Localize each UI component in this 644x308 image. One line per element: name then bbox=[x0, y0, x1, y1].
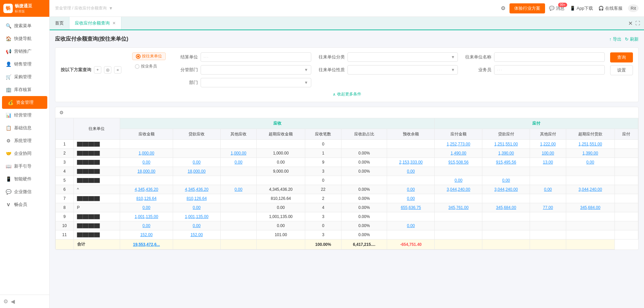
footer-ar-ratio: 100.00% bbox=[305, 239, 341, 250]
filter-scheme-option2[interactable]: 按业务员 bbox=[132, 62, 166, 71]
data-table: 往来单位 应收 应付 应收金额 贷款应收 其他应收 超期应收金额 应收笔数 应收… bbox=[55, 118, 638, 250]
app-download-action[interactable]: 📱 App下载 bbox=[570, 5, 593, 11]
settings-footer-icon[interactable]: ⚙ bbox=[3, 298, 8, 305]
collapse-button[interactable]: ∧ 收起更多条件 bbox=[333, 91, 361, 97]
radio-empty-icon bbox=[135, 64, 140, 69]
col-header-ar-other: 其他应收 bbox=[220, 129, 257, 140]
col-header-partner: 往来单位 bbox=[73, 118, 120, 140]
table-row: 1████████01,252,773.001,251,551.001,222.… bbox=[56, 140, 638, 149]
filter-title: 按以下方案查询 bbox=[61, 67, 91, 73]
sidebar-item-ops[interactable]: 📊 经营管理 bbox=[0, 109, 49, 122]
sidebar-item-member[interactable]: V 畅会员 bbox=[0, 198, 49, 211]
table-footer-row: 合计 19,553,472,6... 100.00% 6,417,215....… bbox=[56, 239, 638, 250]
online-service-action[interactable]: 🎧 在线客服 bbox=[598, 5, 623, 11]
sidebar-item-marketing[interactable]: 📢 营销推广 bbox=[0, 45, 49, 58]
purchase-icon: 🛒 bbox=[5, 74, 11, 80]
filter-label-section: 按以下方案查询 + ◎ « bbox=[61, 52, 121, 87]
col-header-ar-amount: 应收金额 bbox=[120, 129, 173, 140]
col-group-receivable: 应收 bbox=[120, 118, 435, 129]
tab-query[interactable]: 应收应付余额查询 ✕ bbox=[69, 16, 121, 30]
gear-icon[interactable]: ⚙ bbox=[501, 5, 505, 11]
user-avatar[interactable]: Rit bbox=[628, 4, 639, 12]
page-actions: ↑ 导出 ↻ 刷新 bbox=[609, 36, 639, 42]
home-icon: 🏠 bbox=[5, 36, 11, 41]
field-label-category: 往来单位分类 bbox=[318, 54, 345, 60]
sidebar-item-search[interactable]: 🔍 搜索菜单 bbox=[0, 19, 49, 32]
sidebar-item-system[interactable]: ⚙ 系统管理 bbox=[0, 134, 49, 147]
sidebar-item-finance[interactable]: 💰 资金管理 bbox=[2, 96, 47, 109]
footer-ap-total: -654,751.40 bbox=[387, 239, 435, 250]
sidebar-item-collab[interactable]: 🤝 企业协同 bbox=[0, 147, 49, 160]
tab-close-window-icon[interactable]: ✕ bbox=[628, 20, 633, 27]
basic-icon: 📋 bbox=[5, 125, 11, 131]
field-input-dept-manage[interactable]: ▼ bbox=[201, 65, 311, 75]
field-input-partner-type[interactable]: ▼ bbox=[347, 65, 458, 75]
tab-home[interactable]: 首页 bbox=[50, 17, 69, 30]
message-icon: 💬 bbox=[549, 6, 554, 11]
sidebar-item-basic[interactable]: 📋 基础信息 bbox=[0, 122, 49, 134]
table-row: 10████████0.000.000.0000.00%0.00 bbox=[56, 221, 638, 230]
col-header-ap-overdue: 超期应付货款 bbox=[566, 129, 614, 140]
col-header-ap-loan: 贷款应付 bbox=[482, 129, 530, 140]
filter-collapse-row: ∧ 收起更多条件 bbox=[61, 91, 633, 97]
col-header-ar-loan: 贷款应收 bbox=[173, 129, 220, 140]
sidebar-item-hardware[interactable]: 📱 智能硬件 bbox=[0, 173, 49, 185]
breadcrumb: 资金管理 / 应收应付余额查询 ▼ bbox=[55, 5, 497, 11]
table-toolbar: ⚙ bbox=[55, 107, 638, 118]
col-header-ap-amount: 应付金额 bbox=[435, 129, 482, 140]
breadcrumb-text: 资金管理 / 应收应付余额查询 bbox=[55, 5, 107, 11]
service-icon: 🎧 bbox=[598, 6, 604, 11]
chevron-down-icon4: ▼ bbox=[304, 80, 308, 85]
table-settings-icon[interactable]: ⚙ bbox=[59, 110, 64, 115]
tab-close-icon[interactable]: ✕ bbox=[112, 21, 116, 26]
col-header-ar-count: 应收笔数 bbox=[305, 129, 341, 140]
collapse-sidebar-icon[interactable]: ◀ bbox=[11, 298, 15, 305]
col-header-ap-rest: 应付 bbox=[614, 129, 638, 140]
field-input-settlement[interactable]: ··· bbox=[201, 52, 311, 62]
field-input-salesperson[interactable]: ··· bbox=[494, 65, 605, 75]
field-input-partner-name[interactable] bbox=[494, 52, 605, 62]
sidebar-item-quicknav[interactable]: 🏠 快捷导航 bbox=[0, 32, 49, 45]
field-input-dept[interactable]: ▼ bbox=[201, 78, 311, 87]
query-button[interactable]: 查询 bbox=[610, 52, 633, 62]
filter-panel: 按以下方案查询 + ◎ « 按往来单位 按业务员 bbox=[55, 47, 639, 102]
tabbar: 首页 应收应付余额查询 ✕ ✕ ⛶ bbox=[50, 17, 644, 30]
page-header: 应收应付余额查询(按往来单位) ↑ 导出 ↻ 刷新 bbox=[55, 36, 639, 43]
filter-collapse-icon[interactable]: « bbox=[114, 66, 121, 74]
page-title: 应收应付余额查询(按往来单位) bbox=[55, 36, 128, 43]
sidebar-item-guide[interactable]: 📖 新手引导 bbox=[0, 160, 49, 173]
sidebar-menu: 🔍 搜索菜单 🏠 快捷导航 📢 营销推广 👤 销售管理 🛒 采购管理 🏢 库存核… bbox=[0, 17, 49, 295]
promo-button[interactable]: 体验行业方案 bbox=[509, 3, 545, 13]
sidebar-item-wechat[interactable]: 💬 企业微信 bbox=[0, 185, 49, 198]
app-icon: 📱 bbox=[570, 6, 575, 11]
logo-text: 畅捷通豆 标准版 bbox=[15, 3, 32, 14]
refresh-button[interactable]: ↻ 刷新 bbox=[625, 36, 639, 42]
filter-scheme-button[interactable]: ◎ bbox=[104, 66, 111, 74]
field-input-category[interactable]: ▼ bbox=[347, 52, 458, 62]
settings-button[interactable]: 设置 bbox=[610, 65, 633, 75]
message-action[interactable]: 💬 消息 99+ bbox=[549, 5, 565, 11]
chevron-down-icon2: ▼ bbox=[304, 68, 308, 72]
export-icon: ↑ bbox=[609, 37, 612, 42]
footer-ar-prepay: 6,417,215.... bbox=[341, 239, 387, 250]
filter-add-button[interactable]: + bbox=[94, 66, 101, 74]
sidebar-item-sales[interactable]: 👤 销售管理 bbox=[0, 58, 49, 71]
sidebar-item-inventory[interactable]: 🏢 库存核算 bbox=[0, 83, 49, 96]
table-row: 11████████152.00152.00101.0030.00% bbox=[56, 230, 638, 239]
tab-expand-icon[interactable]: ⛶ bbox=[635, 20, 640, 26]
field-label-dept: 部门 bbox=[171, 80, 198, 86]
field-label-salesperson: 业务员 bbox=[465, 67, 491, 73]
table-row: 9████████1,001,135.001,001,135.001,001,1… bbox=[56, 212, 638, 221]
footer-ar-total[interactable]: 19,553,472,6... bbox=[120, 239, 173, 250]
topbar-right: 💬 消息 99+ 📱 App下载 🎧 在线客服 Rit bbox=[549, 4, 639, 12]
footer-label: 合计 bbox=[73, 239, 120, 250]
col-header-ar-ratio: 应收款占比 bbox=[341, 129, 387, 140]
filter-scheme-option1[interactable]: 按往来单位 bbox=[132, 52, 166, 60]
chevron-down-icon3: ▼ bbox=[451, 68, 455, 72]
sidebar-item-purchase[interactable]: 🛒 采购管理 bbox=[0, 71, 49, 83]
sidebar-logo: 畅 畅捷通豆 标准版 bbox=[0, 0, 49, 17]
export-button[interactable]: ↑ 导出 bbox=[609, 36, 622, 42]
radio-selected-icon bbox=[136, 54, 141, 59]
filter-field-partner-name: 往来单位名称 bbox=[465, 52, 605, 62]
field-label-settlement: 结算单位 bbox=[171, 54, 198, 60]
